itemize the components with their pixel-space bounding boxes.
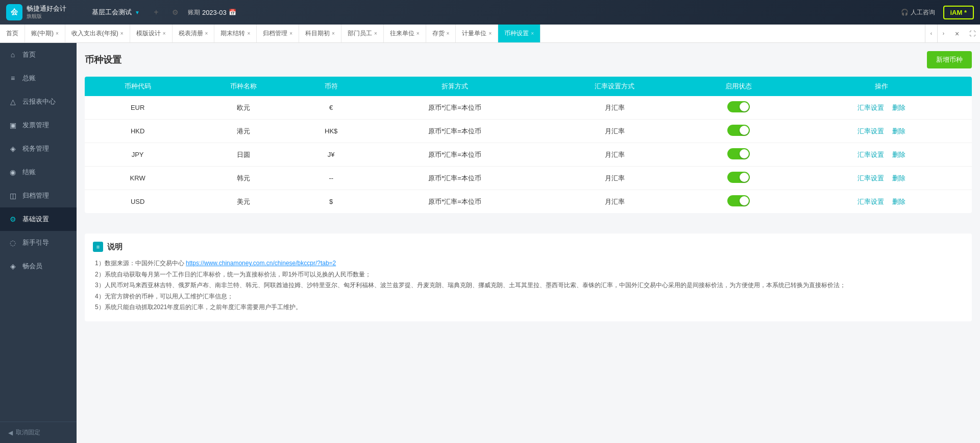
col-header-code: 币种代码 (85, 77, 190, 96)
help-button[interactable]: 🎧 人工咨询 (897, 6, 939, 19)
delete-link[interactable]: 删除 (892, 198, 905, 205)
tab-template[interactable]: 模版设计 × (130, 25, 173, 42)
delete-link[interactable]: 删除 (892, 174, 905, 182)
add-tab-button[interactable]: + (149, 8, 163, 17)
iam-button[interactable]: iAM * (943, 6, 974, 19)
tab-dept[interactable]: 部门员工 × (341, 25, 384, 42)
col-header-calc: 折算方式 (366, 77, 544, 96)
sidebar-item-archive[interactable]: ◫ 归档管理 (0, 184, 77, 207)
app-edition: 旗舰版 (27, 13, 66, 20)
main-layout: ⌂ 首页 ≡ 总账 △ 云报表中心 ▣ 发票管理 ◈ 税务管理 ◉ 结账 ◫ 归… (0, 43, 980, 443)
tab-currency-label: 币种设置 (504, 29, 529, 38)
cell-name: 欧元 (190, 96, 296, 120)
tab-inventory[interactable]: 存货 × (426, 25, 456, 42)
tab-balance-close[interactable]: × (56, 31, 59, 36)
sidebar-item-invoice[interactable]: ▣ 发票管理 (0, 113, 77, 137)
ledger-icon: ≡ (8, 74, 17, 82)
tab-template-close[interactable]: × (163, 31, 166, 36)
logo-area: 会 畅捷通好会计 旗舰版 (6, 4, 83, 20)
company-name: 基层工会测试 (92, 8, 132, 17)
tab-measure[interactable]: 计量单位 × (456, 25, 498, 42)
tab-dept-close[interactable]: × (374, 31, 377, 36)
sidebar-item-reports-label: 云报表中心 (22, 97, 56, 106)
rate-setting-link[interactable]: 汇率设置 (857, 151, 884, 158)
cell-actions: 汇率设置 删除 (791, 96, 972, 120)
sidebar-item-tax[interactable]: ◈ 税务管理 (0, 137, 77, 160)
cell-rate-type: 月汇率 (544, 143, 685, 167)
tab-inventory-close[interactable]: × (447, 31, 450, 36)
enable-toggle[interactable] (727, 172, 750, 183)
company-selector[interactable]: 基层工会测试 ▼ (88, 6, 144, 19)
reports-icon: △ (8, 98, 17, 106)
tab-archive-close[interactable]: × (289, 31, 292, 36)
cell-status (685, 143, 791, 167)
tab-income[interactable]: 收入支出表(年报) × (65, 25, 130, 42)
tab-currency-close[interactable]: × (531, 31, 534, 36)
tab-expand-button[interactable]: ⛶ (965, 25, 980, 42)
tab-home-label: 首页 (6, 29, 18, 38)
tab-bar: 首页 账(中期) × 收入支出表(年报) × 模版设计 × 税表清册 × 期末结… (0, 25, 980, 43)
cell-symbol: $ (297, 190, 366, 214)
notice-title-text: 说明 (107, 242, 122, 252)
tab-prev-button[interactable]: ‹ (925, 25, 937, 42)
new-currency-button[interactable]: 新增币种 (927, 51, 972, 68)
home-icon: ⌂ (8, 51, 17, 59)
enable-toggle[interactable] (727, 125, 750, 136)
sidebar-item-settings[interactable]: ⚙ 基础设置 (0, 207, 77, 231)
cell-rate-type: 月汇率 (544, 190, 685, 214)
tab-subject-close[interactable]: × (332, 31, 335, 36)
tab-balance-label: 账(中期) (31, 29, 54, 38)
tab-period-end-close[interactable]: × (247, 31, 250, 36)
sidebar-item-vip[interactable]: ◈ 畅会员 (0, 254, 77, 278)
tab-home[interactable]: 首页 (0, 25, 25, 42)
chevron-down-icon: ▼ (135, 10, 140, 15)
sidebar-item-closing-label: 结账 (22, 168, 36, 177)
rate-setting-link[interactable]: 汇率设置 (857, 198, 884, 205)
delete-link[interactable]: 删除 (892, 151, 905, 158)
calendar-icon[interactable]: 📅 (229, 9, 236, 16)
tab-subject[interactable]: 科目期初 × (299, 25, 341, 42)
notice-item: 4）无官方牌价的币种，可以用人工维护汇率信息； (93, 291, 964, 302)
rate-setting-link[interactable]: 汇率设置 (857, 127, 884, 135)
tab-period-end[interactable]: 期末结转 × (214, 25, 257, 42)
tab-currency[interactable]: 币种设置 × (498, 25, 541, 42)
sidebar-item-ledger[interactable]: ≡ 总账 (0, 66, 77, 90)
rate-setting-link[interactable]: 汇率设置 (857, 174, 884, 182)
cell-name: 日圆 (190, 143, 296, 167)
notice-item: 1）数据来源：中国外汇交易中心 https://www.chinamoney.c… (93, 258, 964, 269)
sidebar-item-reports[interactable]: △ 云报表中心 (0, 90, 77, 113)
tab-next-button[interactable]: › (937, 25, 949, 42)
tab-units-label: 往来单位 (390, 29, 414, 38)
enable-toggle[interactable] (727, 101, 750, 112)
tab-units-close[interactable]: × (416, 31, 420, 36)
settings-icon: ⚙ (8, 215, 17, 223)
tab-tax-close[interactable]: × (205, 31, 208, 36)
tab-measure-close[interactable]: × (488, 31, 492, 36)
tab-income-close[interactable]: × (120, 31, 124, 36)
tab-settings-icon[interactable]: ⚙ (168, 8, 183, 16)
sidebar-item-archive-label: 归档管理 (22, 191, 49, 200)
col-header-status: 启用状态 (685, 77, 791, 96)
sidebar-item-closing[interactable]: ◉ 结账 (0, 160, 77, 184)
delete-link[interactable]: 删除 (892, 104, 905, 111)
cell-symbol: -- (297, 167, 366, 190)
enable-toggle[interactable] (727, 195, 750, 206)
tab-tax[interactable]: 税表清册 × (173, 25, 215, 42)
sidebar-pin-toggle[interactable]: ◀ 取消固定 (0, 422, 77, 443)
notice-link[interactable]: https://www.chinamoney.com.cn/chinese/bk… (186, 260, 336, 267)
top-header: 会 畅捷通好会计 旗舰版 基层工会测试 ▼ + ⚙ 账期 2023-03 📅 🎧… (0, 0, 980, 25)
rate-setting-link[interactable]: 汇率设置 (857, 104, 884, 111)
period-value: 2023-03 (202, 9, 227, 16)
tab-close-all-button[interactable]: × (949, 25, 965, 42)
delete-link[interactable]: 删除 (892, 127, 905, 135)
tab-units[interactable]: 往来单位 × (384, 25, 426, 42)
tab-inventory-label: 存货 (432, 29, 445, 38)
table-row: KRW 韩元 -- 原币*汇率=本位币 月汇率 汇率设置 删除 (85, 167, 972, 190)
enable-toggle[interactable] (727, 148, 750, 159)
tab-archive[interactable]: 归档管理 × (257, 25, 299, 42)
cell-symbol: HK$ (297, 120, 366, 143)
table-row: EUR 欧元 € 原币*汇率=本位币 月汇率 汇率设置 删除 (85, 96, 972, 120)
sidebar-item-home[interactable]: ⌂ 首页 (0, 43, 77, 66)
tab-balance[interactable]: 账(中期) × (25, 25, 65, 42)
sidebar-item-guide[interactable]: ◌ 新手引导 (0, 231, 77, 254)
